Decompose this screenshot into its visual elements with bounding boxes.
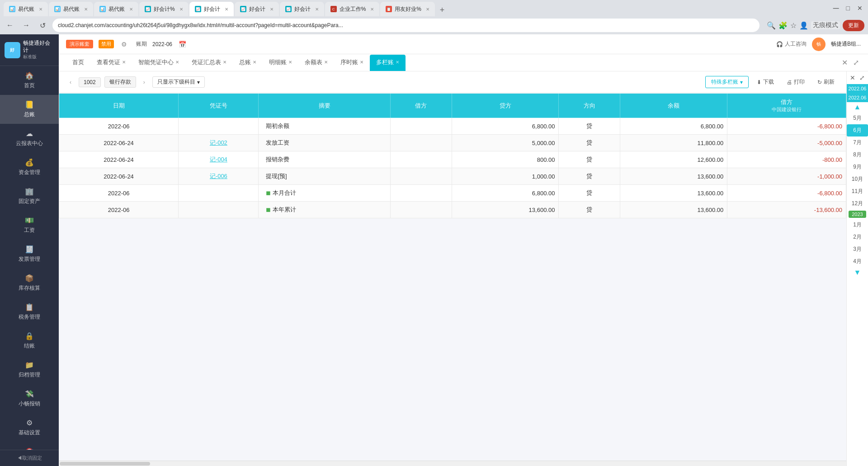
calendar-month-1月[interactable]: 1月 [847, 219, 868, 231]
filter-dropdown[interactable]: 只显示下级科目 ▾ [152, 76, 205, 88]
page-tab-智能凭证中心[interactable]: 智能凭证中心✕ [132, 55, 185, 71]
tab-close-icon[interactable]: ✕ [315, 7, 319, 12]
page-tab-close-icon[interactable]: ✕ [223, 60, 226, 65]
voucher-link[interactable]: 记-004 [210, 156, 227, 163]
bookmark-icon[interactable]: ☆ [790, 21, 797, 30]
page-tab-序时账[interactable]: 序时账✕ [334, 55, 370, 71]
page-tab-close-icon[interactable]: ✕ [324, 60, 328, 65]
back-button[interactable]: ← [4, 19, 16, 32]
calendar-month-5月[interactable]: 5月 [847, 112, 868, 124]
page-tab-余额表[interactable]: 余额表✕ [298, 55, 334, 71]
tab-close-icon[interactable]: ✕ [370, 7, 374, 12]
calendar-month-12月[interactable]: 12月 [847, 198, 868, 210]
page-tab-close-icon[interactable]: ✕ [360, 60, 363, 65]
profile-icon[interactable]: 👤 [799, 21, 808, 30]
calendar-month-8月[interactable]: 8月 [847, 149, 868, 161]
browser-tab-tab2[interactable]: 📊易代账✕ [49, 2, 93, 16]
next-subject-button[interactable]: › [140, 78, 149, 87]
page-tab-首页[interactable]: 首页 [66, 55, 90, 71]
sidebar-item-guide[interactable]: 🎯新手引导 [0, 442, 59, 450]
calendar-month-11月[interactable]: 11月 [847, 185, 868, 198]
page-tab-close-icon[interactable]: ✕ [175, 60, 179, 65]
maximize-button[interactable]: □ [846, 5, 850, 12]
calendar-scroll-up[interactable]: ▲ [847, 102, 868, 112]
sidebar-item-reports[interactable]: ☁云报表中心 [0, 124, 59, 153]
search-icon[interactable]: 🔍 [767, 21, 776, 30]
sidebar-item-home[interactable]: 🏠首页 [0, 66, 59, 95]
address-input[interactable] [52, 19, 760, 32]
expand-panel-icon[interactable]: ⤢ [851, 56, 861, 69]
page-tab-总账[interactable]: 总账✕ [233, 55, 263, 71]
calendar-month-9月[interactable]: 9月 [847, 161, 868, 173]
browser-tab-tab9[interactable]: 📋用友好业%✕ [380, 2, 435, 16]
td-voucher[interactable]: 记-002 [179, 135, 259, 151]
tab-close-icon[interactable]: ✕ [179, 7, 183, 12]
download-button[interactable]: ⬇ 下载 [752, 76, 778, 88]
browser-tab-tab5[interactable]: 📈好会计✕ [189, 2, 234, 16]
unpin-button[interactable]: ◀取消固定 [0, 450, 59, 466]
page-tab-明细账[interactable]: 明细账✕ [263, 55, 298, 71]
voucher-link[interactable]: 记-006 [210, 173, 227, 179]
calendar-icon[interactable]: 📅 [179, 41, 186, 48]
tab-close-icon[interactable]: ✕ [270, 7, 274, 12]
calendar-month-3月[interactable]: 3月 [847, 243, 868, 255]
page-tab-close-icon[interactable]: ✕ [288, 60, 292, 65]
minimize-button[interactable]: ─ [833, 4, 839, 13]
calendar-month-4月[interactable]: 4月 [847, 255, 868, 268]
td-voucher[interactable]: 记-006 [179, 168, 259, 185]
sidebar-item-invoice[interactable]: 🧾发票管理 [0, 240, 59, 268]
print-button[interactable]: 🖨 打印 [782, 76, 809, 88]
sidebar-item-archive[interactable]: 📁归档管理 [0, 355, 59, 384]
browser-tab-tab4[interactable]: 📈好会计%✕ [139, 2, 189, 16]
sidebar-item-settings[interactable]: ⚙基础设置 [0, 413, 59, 442]
service-button[interactable]: 🎧 人工咨询 [776, 40, 807, 48]
page-tab-查看凭证[interactable]: 查看凭证✕ [90, 55, 132, 71]
calendar-month-2月[interactable]: 2月 [847, 231, 868, 243]
page-tab-close-icon[interactable]: ✕ [253, 60, 256, 65]
page-tab-close-icon[interactable]: ✕ [122, 60, 126, 65]
scrollbar-thumb[interactable] [60, 462, 150, 466]
tab-close-icon[interactable]: ✕ [225, 7, 228, 12]
sidebar-item-salary[interactable]: 💵工资 [0, 211, 59, 240]
notrack-mode[interactable]: 无痕模式 [811, 21, 840, 29]
new-tab-button[interactable]: + [436, 4, 448, 16]
close-window-button[interactable]: ✕ [857, 5, 863, 12]
calendar-month-6月[interactable]: 6月 [847, 124, 868, 137]
td-voucher[interactable]: 记-004 [179, 151, 259, 168]
close-panel-icon[interactable]: ✕ [840, 56, 849, 69]
page-tab-close-icon[interactable]: ✕ [396, 60, 399, 65]
forward-button[interactable]: → [20, 19, 33, 32]
update-button[interactable]: 更新 [843, 20, 864, 31]
settings-icon[interactable]: ⚙ [121, 41, 127, 48]
calendar-month-7月[interactable]: 7月 [847, 137, 868, 149]
sidebar-item-inventory[interactable]: 📦库存核算 [0, 268, 59, 297]
refresh-button[interactable]: ↻ 刷新 [813, 76, 839, 88]
sidebar-item-funds[interactable]: 💰资金管理 [0, 153, 59, 182]
avatar[interactable]: 畅 [812, 38, 826, 51]
sidebar-item-assets[interactable]: 🏢固定资产 [0, 182, 59, 211]
voucher-link[interactable]: 记-002 [210, 139, 227, 146]
browser-tab-tab6[interactable]: 📈好会计✕ [235, 2, 279, 16]
page-tab-多栏账[interactable]: 多栏账✕ [370, 55, 406, 71]
special-multicolumn-button[interactable]: 特殊多栏账 ▾ [705, 76, 749, 88]
reload-button[interactable]: ↺ [36, 19, 49, 32]
close-calendar-icon[interactable]: ✕ [849, 73, 857, 82]
tab-close-icon[interactable]: ✕ [129, 7, 133, 12]
sidebar-item-expense[interactable]: 💸小畅报销 [0, 384, 59, 413]
sidebar-item-close[interactable]: 🔒结账 [0, 326, 59, 355]
browser-tab-tab3[interactable]: 📊易代账✕ [94, 2, 138, 16]
browser-tab-tab8[interactable]: C企业工作%✕ [325, 2, 380, 16]
tag-dropdown[interactable]: 禁用 [99, 40, 114, 48]
extensions-icon[interactable]: 🧩 [778, 21, 788, 30]
calendar-month-10月[interactable]: 10月 [847, 173, 868, 185]
horizontal-scrollbar[interactable] [59, 461, 846, 466]
page-tab-凭证汇总表[interactable]: 凭证汇总表✕ [185, 55, 233, 71]
calendar-scroll-down[interactable]: ▼ [847, 268, 868, 278]
prev-subject-button[interactable]: ‹ [66, 78, 75, 87]
browser-tab-tab1[interactable]: 📊易代账✕ [4, 2, 48, 16]
sidebar-item-ledger[interactable]: 📒总账 [0, 95, 59, 124]
tab-close-icon[interactable]: ✕ [426, 7, 429, 12]
tab-close-icon[interactable]: ✕ [84, 7, 88, 12]
browser-tab-tab7[interactable]: 📈好会计✕ [280, 2, 324, 16]
expand-calendar-icon[interactable]: ⤢ [858, 73, 867, 82]
